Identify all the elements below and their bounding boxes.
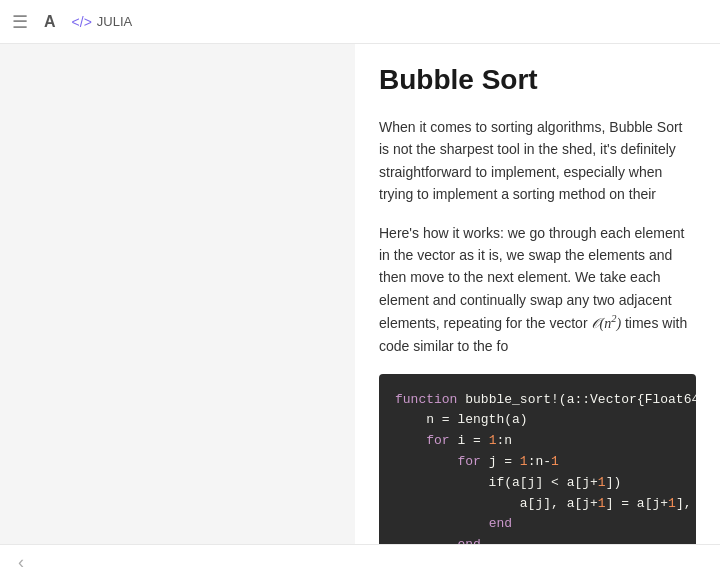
code-line-6: a[j], a[j+1] = a[j+1], a[j (395, 494, 680, 515)
code-block: function bubble_sort!(a::Vector{Float64}… (379, 374, 696, 544)
main-content: Bubble Sort When it comes to sorting alg… (0, 44, 720, 544)
code-line-2: n = length(a) (395, 410, 680, 431)
code-line-1: function bubble_sort!(a::Vector{Float64}… (395, 390, 680, 411)
prev-arrow[interactable]: ‹ (12, 550, 30, 575)
paragraph-2: Here's how it works: we go through each … (379, 222, 696, 358)
code-brackets-icon: </> (72, 14, 92, 30)
content-area: Bubble Sort When it comes to sorting alg… (355, 44, 720, 544)
math-expression: 𝒪(n2) (591, 316, 621, 331)
julia-label: JULIA (97, 14, 132, 29)
code-line-4: for j = 1:n-1 (395, 452, 680, 473)
code-line-8: end (395, 535, 680, 544)
sidebar (0, 44, 355, 544)
julia-language-selector[interactable]: </> JULIA (72, 14, 133, 30)
code-line-5: if(a[j] < a[j+1]) (395, 473, 680, 494)
code-line-3: for i = 1:n (395, 431, 680, 452)
toolbar: ☰ A </> JULIA (0, 0, 720, 44)
paragraph-1: When it comes to sorting algorithms, Bub… (379, 116, 696, 206)
code-line-7: end (395, 514, 680, 535)
bottom-navigation: ‹ (0, 544, 720, 580)
menu-icon[interactable]: ☰ (12, 11, 28, 33)
font-icon[interactable]: A (44, 13, 56, 31)
page-title: Bubble Sort (379, 64, 696, 96)
